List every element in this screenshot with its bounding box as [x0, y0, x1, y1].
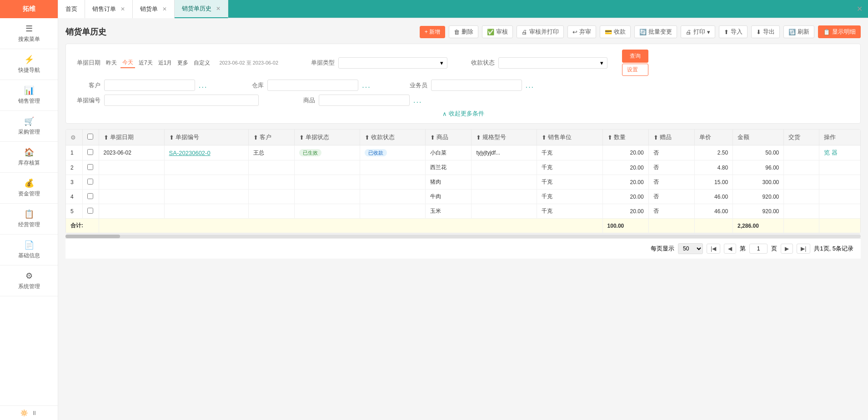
- cell-action: [819, 190, 860, 204]
- summary-total-qty: 100.00: [602, 219, 648, 233]
- sidebar-item-basic-info[interactable]: 📄 基础信息: [0, 235, 58, 265]
- query-button[interactable]: 查询: [622, 50, 648, 63]
- th-customer[interactable]: ⬆客户: [249, 130, 295, 145]
- goods-input[interactable]: [319, 95, 410, 106]
- sidebar-item-inventory[interactable]: 🏠 库存核算: [0, 142, 58, 173]
- doc-no-link[interactable]: SA-20230602-0: [169, 150, 211, 156]
- page-input[interactable]: [749, 244, 768, 254]
- window-close-btn[interactable]: ✕: [851, 5, 868, 13]
- batch-change-button[interactable]: 🔄 批量变更: [634, 25, 677, 38]
- table-container: ⚙ ⬆单据日期 ⬆单据编号 ⬆客户: [65, 129, 861, 234]
- cell-doc-no: SA-20230602-0: [164, 145, 249, 160]
- business-ellipsis-btn[interactable]: ...: [526, 81, 534, 90]
- purchase-mgmt-icon: 🛒: [24, 116, 34, 126]
- warehouse-label: 仓库: [236, 81, 264, 90]
- sidebar-item-search-menu[interactable]: ☰ 搜索菜单: [0, 18, 58, 49]
- sidebar-item-purchase-mgmt[interactable]: 🛒 采购管理: [0, 111, 58, 142]
- cell-row-no: 1: [66, 145, 82, 160]
- abandon-button[interactable]: ↩ 弃审: [567, 25, 596, 38]
- th-collect-status[interactable]: ⬆收款状态: [360, 130, 426, 145]
- edit-action[interactable]: 器: [832, 149, 838, 156]
- sidebar-item-system-mgmt[interactable]: ⚙ 系统管理: [0, 265, 58, 296]
- audit-button[interactable]: ✅ 审核: [482, 25, 513, 38]
- delete-icon: 🗑: [454, 29, 460, 35]
- th-doc-date[interactable]: ⬆单据日期: [99, 130, 164, 145]
- tab-bar: 首页 销售订单 ✕ 销货单 ✕ 销货单历史 ✕ ✕: [58, 0, 868, 18]
- tab-home[interactable]: 首页: [58, 0, 85, 18]
- first-page-btn[interactable]: |◀: [707, 244, 720, 254]
- sidebar-item-finance-mgmt[interactable]: 💰 资金管理: [0, 173, 58, 204]
- row-checkbox[interactable]: [87, 208, 93, 214]
- warehouse-input[interactable]: [267, 80, 358, 91]
- cell-amount: 920.00: [733, 204, 784, 219]
- row-checkbox[interactable]: [87, 193, 93, 199]
- cell-gift: 否: [648, 160, 694, 175]
- tab-sales-history-close[interactable]: ✕: [216, 5, 221, 12]
- date-btn-yesterday[interactable]: 昨天: [104, 58, 119, 68]
- row-checkbox[interactable]: [87, 179, 93, 185]
- date-btn-last1m[interactable]: 近1月: [156, 58, 174, 68]
- th-doc-no[interactable]: ⬆单据编号: [164, 130, 249, 145]
- refresh-button[interactable]: 🔃 刷新: [783, 25, 814, 38]
- horizontal-scrollbar[interactable]: [65, 235, 861, 238]
- date-btn-custom[interactable]: 自定义: [192, 58, 212, 68]
- sidebar-bottom-icon1[interactable]: 🔆: [20, 410, 28, 416]
- collect-button[interactable]: 💳 收款: [600, 25, 631, 38]
- date-btn-more[interactable]: 更多: [176, 58, 190, 68]
- last-page-btn[interactable]: ▶|: [797, 244, 810, 254]
- cell-action: [819, 204, 860, 219]
- sidebar-bottom-icon2[interactable]: ⏸: [31, 410, 37, 416]
- tab-sales-invoice[interactable]: 销货单 ✕: [133, 0, 175, 18]
- row-checkbox[interactable]: [87, 149, 93, 155]
- import-button[interactable]: ⬆ 导入: [719, 25, 748, 38]
- page-label: 第: [740, 245, 746, 253]
- customer-input[interactable]: [104, 80, 195, 91]
- print-button[interactable]: 🖨 打印 ▾: [681, 25, 715, 38]
- finance-mgmt-icon: 💰: [24, 178, 34, 188]
- show-detail-button[interactable]: 📋 显示明细: [818, 25, 861, 38]
- date-btn-last7[interactable]: 近7天: [137, 58, 155, 68]
- th-unit[interactable]: ⬆销售单位: [537, 130, 602, 145]
- delete-button[interactable]: 🗑 删除: [449, 25, 478, 38]
- goods-ellipsis-btn[interactable]: ...: [413, 96, 422, 105]
- warehouse-ellipsis-btn[interactable]: ...: [362, 81, 371, 90]
- doc-type-select[interactable]: ▾: [338, 57, 447, 69]
- sidebar: 拓维 ☰ 搜索菜单 ⚡ 快捷导航 📊 销售管理 🛒 采购管理 🏠 库存核算 💰 …: [0, 0, 58, 420]
- th-goods[interactable]: ⬆商品: [426, 130, 472, 145]
- table-row: 5玉米千克20.00否46.00920.00: [66, 204, 860, 219]
- business-input[interactable]: [431, 80, 522, 91]
- sidebar-item-quick-nav[interactable]: ⚡ 快捷导航: [0, 49, 58, 80]
- summary-label: 合计:: [66, 219, 99, 233]
- audit-print-button[interactable]: 🖨 审核并打印: [517, 25, 564, 38]
- per-page-select[interactable]: 50 100 200: [678, 243, 703, 254]
- tab-sales-history[interactable]: 销货单历史 ✕: [175, 0, 228, 18]
- th-doc-status[interactable]: ⬆单据状态: [295, 130, 360, 145]
- export-button[interactable]: ⬇ 导出: [751, 25, 780, 38]
- tab-sales-order[interactable]: 销售订单 ✕: [85, 0, 133, 18]
- date-btn-today[interactable]: 今天: [120, 58, 135, 68]
- new-button[interactable]: + 新增: [420, 26, 445, 38]
- next-page-btn[interactable]: ▶: [781, 244, 793, 254]
- sidebar-item-operations-mgmt[interactable]: 📋 经营管理: [0, 204, 58, 235]
- summary-row: 合计: 100.00 2,286.00: [66, 219, 860, 233]
- doc-no-input[interactable]: [104, 95, 259, 106]
- th-settings[interactable]: ⚙: [66, 130, 82, 145]
- customer-ellipsis-btn[interactable]: ...: [199, 81, 207, 90]
- sidebar-item-sales-mgmt[interactable]: 📊 销售管理: [0, 80, 58, 111]
- summary-empty4: [784, 219, 819, 233]
- doc-type-dropdown-icon: ▾: [440, 60, 443, 66]
- tab-sales-invoice-close[interactable]: ✕: [162, 6, 167, 12]
- table-settings-icon[interactable]: ⚙: [70, 134, 76, 141]
- prev-page-btn[interactable]: ◀: [724, 244, 736, 254]
- th-qty[interactable]: ⬆数量: [602, 130, 648, 145]
- th-gift[interactable]: ⬆赠品: [648, 130, 694, 145]
- collapse-btn[interactable]: ∧ 收起更多条件: [73, 110, 853, 118]
- settings-button[interactable]: 设置: [622, 64, 648, 76]
- collect-status-select[interactable]: ▾: [498, 57, 607, 69]
- view-action[interactable]: 览: [824, 149, 830, 156]
- row-checkbox[interactable]: [87, 164, 93, 170]
- cell-gift: 否: [648, 145, 694, 160]
- select-all-checkbox[interactable]: [87, 134, 93, 140]
- th-spec[interactable]: ⬆规格型号: [472, 130, 537, 145]
- tab-sales-order-close[interactable]: ✕: [120, 6, 125, 12]
